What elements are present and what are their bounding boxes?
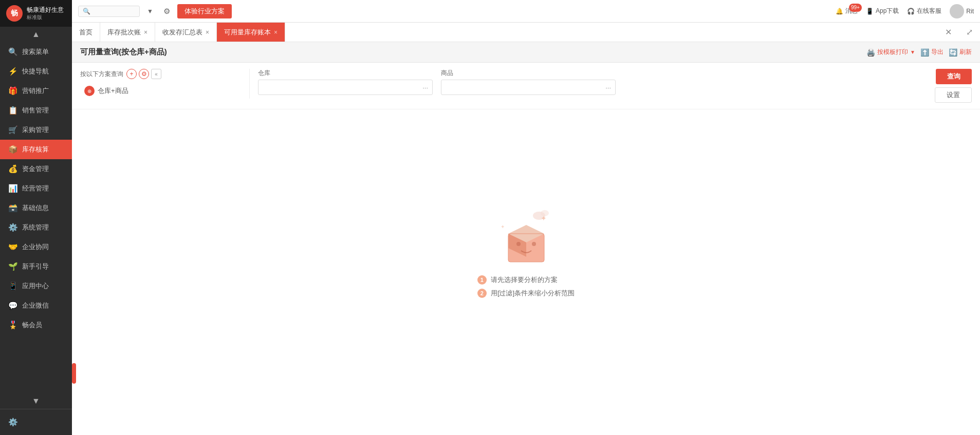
industry-solution-button[interactable]: 体验行业方案 [177, 4, 232, 18]
topbar: 🔍 ▼ ⚙ 体验行业方案 🔔 消息 99+ 📱 App下载 🎧 在线客服 Rit [72, 0, 980, 23]
refresh-icon: 🔄 [949, 48, 957, 56]
tab-batch-accounts[interactable]: 库存批次账 × [100, 23, 155, 42]
goods-more-button[interactable]: ··· [605, 84, 611, 91]
sidebar-item-settings[interactable]: ⚙️ [0, 413, 72, 431]
filter-warehouse-input[interactable] [263, 84, 420, 91]
tab-close-all-button[interactable]: ✕ [938, 23, 959, 41]
export-button[interactable]: ⬆️ 导出 [920, 48, 944, 56]
sidebar-item-enterprise[interactable]: 🤝 企业协同 [0, 237, 72, 257]
tab-close-batch-accounts[interactable]: × [144, 29, 147, 36]
sidebar-item-system[interactable]: ⚙️ 系统管理 [0, 218, 72, 237]
empty-hint-1: 1 请先选择要分析的方案 [477, 275, 558, 285]
gift-icon: 🎁 [8, 86, 18, 96]
gear-icon: ⚙️ [8, 223, 18, 232]
chevron-down-icon: ▼ [910, 49, 915, 55]
query-button[interactable]: 查询 [936, 69, 972, 84]
messages-button[interactable]: 🔔 消息 99+ [836, 7, 858, 15]
sidebar-item-operations[interactable]: 📊 经营管理 [0, 179, 72, 198]
topbar-search-box[interactable]: 🔍 [78, 6, 140, 17]
tab-close-inventory-summary[interactable]: × [206, 29, 209, 36]
sidebar-item-appstore[interactable]: 📱 应用中心 [0, 276, 72, 296]
sidebar-item-guide[interactable]: 🌱 新手引导 [0, 257, 72, 276]
content-area: 可用量查询(按仓库+商品) 🖨️ 按模板打印 ▼ ⬆️ 导出 🔄 刷新 [72, 42, 980, 435]
topbar-gear-icon[interactable]: ⚙ [160, 6, 173, 17]
sidebar-item-basic[interactable]: 🗃️ 基础信息 [0, 198, 72, 218]
message-badge: 99+ [849, 4, 862, 12]
cart-icon: 🛒 [8, 125, 18, 135]
filter-settings-button[interactable]: ⚙ [139, 69, 149, 79]
print-icon: 🖨️ [866, 48, 875, 56]
filter-warehouse-field: 仓库 ··· [258, 69, 433, 95]
svg-point-7 [532, 242, 536, 246]
tab-expand-button[interactable]: ⤢ [959, 23, 980, 41]
sidebar-item-wechat[interactable]: 💬 企业微信 [0, 296, 72, 315]
app-icon: 📱 [8, 281, 18, 291]
sidebar-item-member[interactable]: 🎖️ 畅会员 [0, 315, 72, 335]
settings-button[interactable]: 设置 [935, 87, 972, 103]
avatar [950, 4, 964, 18]
sidebar-nav: 🔍 搜索菜单 ⚡ 快捷导航 🎁 营销推广 📋 销售管理 🛒 采购管理 📦 库存核… [0, 42, 72, 393]
handshake-icon: 🤝 [8, 242, 18, 252]
warehouse-more-button[interactable]: ··· [422, 84, 428, 91]
bell-icon: 🔔 [836, 8, 843, 15]
guide-icon: 🌱 [8, 262, 18, 271]
tab-home[interactable]: 首页 [72, 23, 100, 42]
refresh-button[interactable]: 🔄 刷新 [949, 48, 972, 56]
sidebar-logo: 畅 [6, 5, 23, 22]
page-actions: 🖨️ 按模板打印 ▼ ⬆️ 导出 🔄 刷新 [866, 48, 972, 56]
filter-scheme-actions: + ⚙ « [126, 69, 161, 79]
search-icon: 🔍 [8, 47, 18, 56]
headset-icon: 🎧 [907, 8, 915, 15]
page-title: 可用量查询(按仓库+商品) [80, 47, 167, 57]
svg-text:✦: ✦ [501, 224, 505, 230]
filter-warehouse-input-container[interactable]: ··· [258, 80, 433, 95]
sidebar-item-marketing[interactable]: 🎁 营销推广 [0, 81, 72, 101]
empty-svg-illustration: ✦ ✦ [495, 205, 557, 267]
sidebar-item-purchase[interactable]: 🛒 采购管理 [0, 120, 72, 140]
empty-hint-2: 2 用[过滤]条件来缩小分析范围 [477, 289, 575, 298]
empty-state: ✦ ✦ 1 请先选择要分析的方案 2 用[过滤]条件来缩小分析范围 [72, 109, 980, 435]
tab-inventory-summary[interactable]: 收发存汇总表 × [155, 23, 217, 42]
lightning-icon: ⚡ [8, 67, 18, 76]
sidebar: 畅 畅康通好生意 标准版 ▲ 🔍 搜索菜单 ⚡ 快捷导航 🎁 营销推广 📋 销售… [0, 0, 72, 435]
filter-collapse-button[interactable]: « [151, 69, 161, 79]
filter-fields: 仓库 ··· 商品 ··· [250, 69, 927, 95]
app-download-button[interactable]: 📱 App下载 [866, 7, 899, 15]
topbar-search-input[interactable] [93, 8, 134, 15]
sidebar-item-search[interactable]: 🔍 搜索菜单 [0, 42, 72, 62]
wechat-icon: 💬 [8, 301, 18, 310]
empty-illustration: ✦ ✦ [495, 205, 557, 267]
tab-close-available-qty[interactable]: × [274, 29, 278, 36]
search-icon: 🔍 [83, 8, 90, 15]
filter-scheme-panel: 按以下方案查询 + ⚙ « ⊕ 仓库+商品 [80, 69, 250, 99]
phone-icon: 📱 [866, 8, 874, 15]
filter-goods-input[interactable] [446, 84, 603, 91]
sidebar-item-finance[interactable]: 💰 资金管理 [0, 159, 72, 179]
print-button[interactable]: 🖨️ 按模板打印 ▼ [866, 48, 915, 56]
online-support-button[interactable]: 🎧 在线客服 [907, 7, 941, 15]
filter-panel: 按以下方案查询 + ⚙ « ⊕ 仓库+商品 仓库 · [72, 63, 980, 109]
filter-add-button[interactable]: + [126, 69, 137, 79]
sidebar-scroll-up[interactable]: ▲ [0, 27, 72, 42]
filter-scheme-item-warehouse-goods[interactable]: ⊕ 仓库+商品 [80, 83, 243, 99]
sidebar-item-sales[interactable]: 📋 销售管理 [0, 101, 72, 120]
tab-available-qty[interactable]: 可用量库存账本 × [217, 23, 285, 42]
sidebar-item-inventory[interactable]: 📦 库存核算 [0, 140, 72, 159]
main-area: 🔍 ▼ ⚙ 体验行业方案 🔔 消息 99+ 📱 App下载 🎧 在线客服 Rit [72, 0, 980, 435]
sidebar-header: 畅 畅康通好生意 标准版 [0, 0, 72, 27]
scrollbar-thumb [72, 363, 76, 384]
basic-icon: 🗃️ [8, 203, 18, 213]
user-profile[interactable]: Rit [950, 4, 974, 18]
empty-hints: 1 请先选择要分析的方案 2 用[过滤]条件来缩小分析范围 [477, 275, 575, 298]
filter-goods-input-container[interactable]: ··· [441, 80, 616, 95]
tab-bar: 首页 库存批次账 × 收发存汇总表 × 可用量库存账本 × ✕ ⤢ [72, 23, 980, 42]
inventory-icon: 📦 [8, 145, 18, 154]
settings-icon: ⚙️ [8, 418, 18, 427]
sidebar-bottom: ⚙️ [0, 409, 72, 435]
scheme-icon: ⊕ [84, 86, 95, 96]
export-icon: ⬆️ [920, 48, 929, 56]
sidebar-scroll-down[interactable]: ▼ [0, 393, 72, 409]
chart-icon: 📊 [8, 184, 18, 193]
topbar-dropdown-arrow[interactable]: ▼ [144, 7, 156, 16]
sidebar-item-shortcut[interactable]: ⚡ 快捷导航 [0, 62, 72, 81]
